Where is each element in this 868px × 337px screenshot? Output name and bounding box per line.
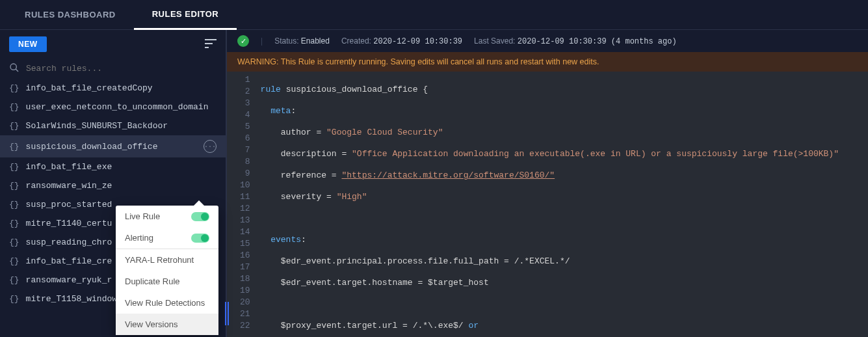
menu-duplicate-rule[interactable]: Duplicate Rule bbox=[116, 271, 218, 292]
rule-item[interactable]: {}info_bat_file_createdCopy bbox=[0, 79, 226, 98]
rule-item[interactable]: {}ransomware_win_ze bbox=[0, 176, 226, 195]
braces-icon: {} bbox=[9, 102, 20, 112]
braces-icon: {} bbox=[9, 142, 20, 152]
status-value: Enabled bbox=[301, 36, 330, 46]
menu-retrohunt[interactable]: YARA-L Retrohunt bbox=[116, 249, 218, 271]
line-number: 18 bbox=[240, 273, 250, 285]
menu-label: Alerting bbox=[125, 233, 153, 243]
braces-icon: {} bbox=[9, 121, 20, 131]
braces-icon: {} bbox=[9, 200, 20, 209]
line-number: 4 bbox=[240, 109, 250, 121]
rule-item-label: ransomware_ryuk_r bbox=[26, 275, 112, 285]
search-icon bbox=[9, 62, 20, 75]
sort-icon[interactable] bbox=[205, 38, 217, 51]
rule-item[interactable]: {}info_bat_file_exe bbox=[0, 157, 226, 176]
rule-item-label: info_bat_file_createdCopy bbox=[26, 83, 153, 93]
line-number: 2 bbox=[240, 86, 250, 98]
top-tabs: RULES DASHBOARD RULES EDITOR bbox=[0, 0, 868, 30]
tab-rules-editor[interactable]: RULES EDITOR bbox=[134, 0, 237, 30]
braces-icon: {} bbox=[9, 219, 20, 228]
line-number: 12 bbox=[240, 203, 250, 215]
line-number: 3 bbox=[240, 98, 250, 109]
line-number: 19 bbox=[240, 285, 250, 297]
menu-view-detections[interactable]: View Rule Detections bbox=[116, 292, 218, 314]
line-number: 10 bbox=[240, 180, 250, 191]
rule-item[interactable]: {}SolarWinds_SUNBURST_Backdoor bbox=[0, 116, 226, 135]
warning-banner: WARNING: This Rule is currently running.… bbox=[227, 52, 868, 72]
rule-actions-popup: Live Rule Alerting YARA-L Retrohunt Dupl… bbox=[116, 206, 218, 335]
braces-icon: {} bbox=[9, 181, 20, 191]
rule-item-label: ransomware_win_ze bbox=[26, 181, 112, 191]
line-number: 17 bbox=[240, 262, 250, 273]
rule-item-label: mitre_T1140_certu bbox=[26, 219, 112, 228]
line-number: 6 bbox=[240, 133, 250, 144]
line-number: 20 bbox=[240, 297, 250, 308]
status-bar: ✓ | Status: Enabled Created: 2020-12-09 … bbox=[227, 30, 868, 52]
rule-item-label: susp_proc_started bbox=[26, 200, 112, 209]
main-panel: ✓ | Status: Enabled Created: 2020-12-09 … bbox=[227, 30, 868, 337]
menu-live-rule[interactable]: Live Rule bbox=[116, 206, 218, 227]
rule-item-label: user_exec_netconn_to_uncommon_domain bbox=[26, 102, 209, 112]
search-input[interactable] bbox=[26, 64, 217, 74]
menu-view-versions[interactable]: View Versions bbox=[116, 314, 218, 335]
braces-icon: {} bbox=[9, 237, 20, 247]
menu-label: Live Rule bbox=[125, 211, 160, 221]
line-number: 14 bbox=[240, 226, 250, 238]
line-number: 15 bbox=[240, 238, 250, 250]
line-number: 9 bbox=[240, 168, 250, 180]
rule-item-label: suspicious_download_office bbox=[26, 142, 158, 152]
tab-rules-dashboard[interactable]: RULES DASHBOARD bbox=[7, 0, 134, 30]
svg-point-0 bbox=[10, 64, 16, 70]
created-value: 2020-12-09 10:30:39 bbox=[373, 37, 462, 46]
braces-icon: {} bbox=[9, 162, 20, 172]
svg-line-1 bbox=[16, 69, 18, 72]
toggle-on-icon[interactable] bbox=[191, 234, 209, 243]
resize-handle-icon[interactable] bbox=[225, 302, 229, 325]
line-number: 13 bbox=[240, 215, 250, 226]
status-label: Status: bbox=[274, 36, 298, 46]
line-number: 8 bbox=[240, 156, 250, 168]
line-number: 7 bbox=[240, 144, 250, 156]
saved-value: 2020-12-09 10:30:39 (4 months ago) bbox=[518, 37, 677, 46]
status-ok-icon: ✓ bbox=[237, 35, 249, 47]
line-number: 22 bbox=[240, 320, 250, 332]
line-number: 1 bbox=[240, 74, 250, 86]
braces-icon: {} bbox=[9, 83, 20, 93]
toggle-on-icon[interactable] bbox=[191, 212, 209, 221]
code-editor[interactable]: 12345678910111213141516171819202122 rule… bbox=[227, 72, 868, 337]
rule-item-label: SolarWinds_SUNBURST_Backdoor bbox=[26, 121, 168, 131]
new-button[interactable]: NEW bbox=[9, 36, 47, 52]
line-number: 16 bbox=[240, 250, 250, 262]
more-options-icon[interactable]: ··· bbox=[204, 140, 217, 153]
braces-icon: {} bbox=[9, 275, 20, 285]
rule-item-label: susp_reading_chro bbox=[26, 237, 112, 247]
saved-label: Last Saved: bbox=[474, 36, 515, 46]
sidebar: NEW {}info_bat_file_createdCopy{}user_ex… bbox=[0, 30, 227, 337]
rule-item-label: info_bat_file_exe bbox=[26, 162, 112, 172]
braces-icon: {} bbox=[9, 256, 20, 266]
rule-item[interactable]: {}user_exec_netconn_to_uncommon_domain bbox=[0, 98, 226, 116]
line-number: 21 bbox=[240, 308, 250, 320]
created-label: Created: bbox=[341, 36, 371, 46]
line-number: 5 bbox=[240, 121, 250, 133]
rule-item[interactable]: {}suspicious_download_office··· bbox=[0, 135, 226, 157]
code-content[interactable]: rule suspicious_download_office { meta: … bbox=[257, 72, 845, 337]
line-number: 11 bbox=[240, 191, 250, 203]
rule-item-label: info_bat_file_cre bbox=[26, 256, 112, 266]
menu-alerting[interactable]: Alerting bbox=[116, 227, 218, 249]
braces-icon: {} bbox=[9, 294, 20, 304]
search-row[interactable] bbox=[0, 59, 226, 79]
